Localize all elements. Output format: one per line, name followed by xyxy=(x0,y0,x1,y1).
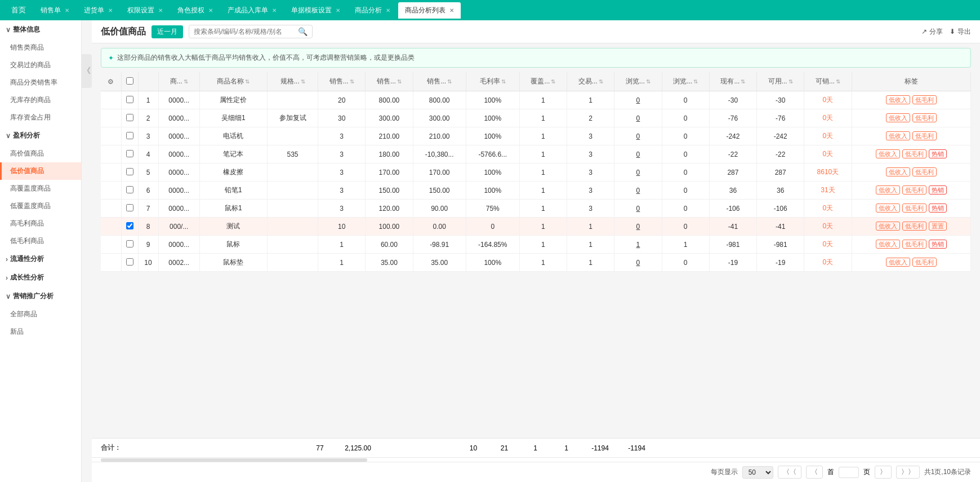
time-filter-button[interactable]: 近一月 xyxy=(152,25,183,38)
nav-purchase[interactable]: 进货单 ✕ xyxy=(77,2,119,19)
nav-permissions[interactable]: 权限设置 ✕ xyxy=(121,2,170,19)
browse1-link[interactable]: 0 xyxy=(636,169,640,176)
td-sales-cost: 170.00 xyxy=(413,163,466,182)
td-browse1[interactable]: 0 xyxy=(614,254,662,272)
th-sales-qty[interactable]: 销售...⇅ xyxy=(318,72,366,91)
browse1-link[interactable]: 0 xyxy=(636,259,640,267)
per-page-select[interactable]: 50 100 200 xyxy=(742,466,773,479)
nav-home[interactable]: 首页 xyxy=(5,2,33,19)
td-code: 0000... xyxy=(158,91,199,109)
td-browse1[interactable]: 1 xyxy=(614,236,662,254)
browse1-link[interactable]: 0 xyxy=(636,223,640,231)
sidebar-item-high-coverage[interactable]: 高覆盖度商品 xyxy=(0,180,81,197)
sidebar-item-new-products[interactable]: 新品 xyxy=(0,323,81,341)
browse1-link[interactable]: 0 xyxy=(636,151,640,158)
nav-analysis-list[interactable]: 商品分析列表 ✕ xyxy=(398,2,461,19)
th-trade-count[interactable]: 交易...⇅ xyxy=(567,72,614,91)
sidebar-item-low-value[interactable]: 低价值商品 xyxy=(0,162,81,180)
td-checkbox[interactable] xyxy=(121,236,138,254)
sidebar-group-overall[interactable]: ∨ 整体信息 xyxy=(0,20,81,39)
export-button[interactable]: ⬇ 导出 xyxy=(950,27,971,37)
browse1-link[interactable]: 0 xyxy=(636,205,640,213)
th-available[interactable]: 可用...⇅ xyxy=(757,72,804,91)
browse1-link[interactable]: 0 xyxy=(636,132,640,140)
nav-template-close[interactable]: ✕ xyxy=(336,7,340,14)
th-code[interactable]: 商...⇅ xyxy=(158,72,199,91)
td-browse1[interactable]: 0 xyxy=(614,182,662,200)
th-browse2[interactable]: 浏览...⇅ xyxy=(662,72,709,91)
nav-roles[interactable]: 角色授权 ✕ xyxy=(171,2,220,19)
td-num: 2 xyxy=(138,109,158,127)
sidebar-group-marketing[interactable]: ∨ 营销推广分析 xyxy=(0,287,81,306)
share-button[interactable]: ↗ 分享 xyxy=(921,27,943,37)
th-spec[interactable]: 规格...⇅ xyxy=(267,72,318,91)
nav-products-in-close[interactable]: ✕ xyxy=(272,7,277,14)
sidebar-item-low-coverage[interactable]: 低覆盖度商品 xyxy=(0,197,81,215)
td-checkbox[interactable] xyxy=(121,91,138,109)
th-gross-margin[interactable]: 毛利率⇅ xyxy=(466,72,519,91)
td-checkbox[interactable] xyxy=(121,163,138,182)
td-coverage: 1 xyxy=(519,200,567,218)
sidebar-item-traded[interactable]: 交易过的商品 xyxy=(0,56,81,74)
nav-sales-close[interactable]: ✕ xyxy=(65,7,69,14)
prev-page-button[interactable]: 〈 xyxy=(806,466,823,479)
td-browse1[interactable]: 0 xyxy=(614,200,662,218)
td-browse1[interactable]: 0 xyxy=(614,145,662,163)
browse1-link[interactable]: 1 xyxy=(636,241,640,249)
select-all-checkbox[interactable] xyxy=(126,77,133,85)
browse1-link[interactable]: 0 xyxy=(636,96,640,104)
th-checkbox[interactable] xyxy=(121,72,138,91)
th-saleable[interactable]: 可销...⇅ xyxy=(804,72,852,91)
td-checkbox[interactable] xyxy=(121,200,138,218)
settings-icon[interactable]: ⚙ xyxy=(108,78,114,86)
browse1-link[interactable]: 0 xyxy=(636,114,640,122)
th-settings[interactable]: ⚙ xyxy=(101,72,121,91)
th-sales-cost[interactable]: 销售...⇅ xyxy=(413,72,466,91)
th-browse1[interactable]: 浏览...⇅ xyxy=(614,72,662,91)
sidebar-item-all-products[interactable]: 全部商品 xyxy=(0,306,81,323)
nav-analysis-list-close[interactable]: ✕ xyxy=(449,7,454,14)
nav-template[interactable]: 单据模板设置 ✕ xyxy=(284,2,347,19)
td-browse1[interactable]: 0 xyxy=(614,163,662,182)
sidebar-item-high-profit[interactable]: 高毛利商品 xyxy=(0,215,81,232)
td-checkbox[interactable] xyxy=(121,218,138,236)
next-page-button[interactable]: 〉 xyxy=(875,466,892,479)
td-checkbox[interactable] xyxy=(121,127,138,145)
td-browse1[interactable]: 0 xyxy=(614,91,662,109)
nav-analysis[interactable]: 商品分析 ✕ xyxy=(348,2,397,19)
td-checkbox[interactable] xyxy=(121,145,138,163)
sidebar-item-out-of-stock[interactable]: 无库存的商品 xyxy=(0,91,81,109)
td-checkbox[interactable] xyxy=(121,109,138,127)
nav-products-in[interactable]: 产成品入库单 ✕ xyxy=(221,2,283,19)
first-page-button[interactable]: 〈〈 xyxy=(778,466,801,479)
search-icon[interactable]: 🔍 xyxy=(298,27,308,36)
table-container[interactable]: ⚙ 商...⇅ 商品名称⇅ 规格...⇅ 销售...⇅ 销售...⇅ 销售...… xyxy=(101,72,971,438)
sidebar-collapse-button[interactable]: 《 xyxy=(82,54,92,88)
nav-sales[interactable]: 销售单 ✕ xyxy=(34,2,76,19)
th-sales-income[interactable]: 销售...⇅ xyxy=(366,72,413,91)
sidebar-item-inventory-capital[interactable]: 库存资金占用 xyxy=(0,109,81,126)
current-page-input[interactable]: 1 xyxy=(839,467,859,478)
sidebar-group-circulation[interactable]: › 流通性分析 xyxy=(0,250,81,268)
sidebar-item-category-sales-rate[interactable]: 商品分类销售率 xyxy=(0,74,81,91)
td-browse1[interactable]: 0 xyxy=(614,218,662,236)
th-current-stock[interactable]: 现有...⇅ xyxy=(709,72,756,91)
td-checkbox[interactable] xyxy=(121,182,138,200)
last-page-button[interactable]: 〉〉 xyxy=(896,466,920,479)
td-browse1[interactable]: 0 xyxy=(614,109,662,127)
td-browse1[interactable]: 0 xyxy=(614,127,662,145)
nav-roles-close[interactable]: ✕ xyxy=(208,7,213,14)
sidebar-group-growth[interactable]: › 成长性分析 xyxy=(0,268,81,287)
nav-purchase-close[interactable]: ✕ xyxy=(108,7,113,14)
td-checkbox[interactable] xyxy=(121,254,138,272)
sidebar-group-profit[interactable]: ∨ 盈利分析 xyxy=(0,126,81,145)
browse1-link[interactable]: 0 xyxy=(636,187,640,194)
nav-permissions-close[interactable]: ✕ xyxy=(158,7,163,14)
sidebar-item-high-value[interactable]: 高价值商品 xyxy=(0,145,81,162)
sidebar-item-low-profit[interactable]: 低毛利商品 xyxy=(0,232,81,250)
th-name[interactable]: 商品名称⇅ xyxy=(199,72,267,91)
search-input[interactable] xyxy=(194,28,298,36)
sidebar-item-sales-category[interactable]: 销售类商品 xyxy=(0,39,81,56)
nav-analysis-close[interactable]: ✕ xyxy=(386,7,390,14)
th-coverage[interactable]: 覆盖...⇅ xyxy=(519,72,567,91)
